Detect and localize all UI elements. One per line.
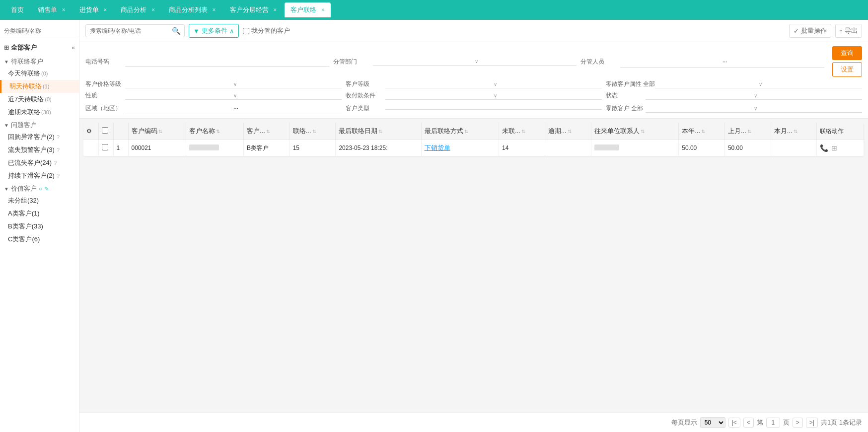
prev-page-button[interactable]: < <box>743 418 754 428</box>
sidebar-item-declining[interactable]: 持续下滑客户(2) ? <box>0 169 79 182</box>
select-all-checkbox[interactable] <box>102 127 108 134</box>
sort-icon-type[interactable]: ⇅ <box>266 129 270 134</box>
last-page-button[interactable]: >| <box>806 418 818 428</box>
filter-status-select[interactable]: ∨ <box>646 92 862 100</box>
sidebar-item-b-class[interactable]: B类客户(33) <box>0 220 79 233</box>
th-gear[interactable]: ⚙ <box>83 123 98 140</box>
first-page-button[interactable]: |< <box>728 418 740 428</box>
close-icon-1[interactable]: × <box>103 6 107 13</box>
set-button[interactable]: 设置 <box>832 62 862 77</box>
filter-payment-select[interactable]: ∨ <box>385 92 602 100</box>
search-input[interactable] <box>90 27 172 34</box>
export-button[interactable]: ↑ 导出 <box>835 24 863 38</box>
th-not-contact: 未联...⇅ <box>499 123 545 140</box>
pagination: 每页显示 50 100 200 |< < 第 1 页 > >| 共1页 1条记录 <box>79 413 868 432</box>
sidebar: 🔍 ⊞ 全部客户 « ▼ 待联络客户 今天待联络 (0) 明天待联络 (1) 近… <box>0 20 79 432</box>
filter-nature-select[interactable]: ∨ <box>125 92 342 100</box>
sidebar-item-ungrouped[interactable]: 未分组(32) <box>0 194 79 207</box>
row-checkbox[interactable] <box>102 144 108 150</box>
sidebar-item-7days[interactable]: 近7天待联络 (0) <box>0 93 79 106</box>
td-last-method[interactable]: 下销货单 <box>421 140 499 156</box>
per-page-select[interactable]: 50 100 200 <box>700 417 725 428</box>
td-this-month <box>771 140 817 156</box>
filter-row-2: 客户价格等级 ∨ 客户等级 ∨ 零散客户属性 全部 <box>85 80 862 88</box>
sidebar-item-overdue[interactable]: 逾期未联络 (30) <box>0 106 79 119</box>
main-layout: 🔍 ⊞ 全部客户 « ▼ 待联络客户 今天待联络 (0) 明天待联络 (1) 近… <box>0 20 868 432</box>
sort-icon-this-year[interactable]: ⇅ <box>701 129 705 134</box>
sort-icon-this-month[interactable]: ⇅ <box>794 129 797 134</box>
filter-phone: 电话号码 <box>85 57 329 67</box>
sort-icon-contact[interactable]: ⇅ <box>312 129 316 134</box>
query-button[interactable]: 查询 <box>832 46 862 60</box>
phone-icon[interactable]: 📞 <box>820 144 828 152</box>
close-icon-0[interactable]: × <box>62 6 66 13</box>
my-customers-checkbox[interactable] <box>243 28 249 34</box>
sidebar-item-churned[interactable]: 已流失客户(24) ? <box>0 156 79 169</box>
nav-tab-2[interactable]: 商品分析 × <box>115 2 161 17</box>
sidebar-all-section: ⊞ 全部客户 « <box>0 38 79 55</box>
filter-phone-input[interactable] <box>125 57 329 67</box>
nav-home[interactable]: 首页 <box>5 2 30 17</box>
filter-manager-select[interactable]: ··· <box>620 56 824 68</box>
filter-customer-level-select[interactable]: ∨ <box>385 80 602 88</box>
filter-row-1: 电话号码 分管部门 ∨ 分管人员 ··· <box>85 46 862 77</box>
content-area: 🔍 ▼ 更多条件 ∧ 我分管的客户 ✓ 批量操作 ↑ 导出 <box>79 20 868 432</box>
nav-tab-1[interactable]: 进货单 × <box>73 2 113 17</box>
grid-action-icon[interactable]: ⊞ <box>831 144 837 152</box>
nav-tab-5[interactable]: 客户联络 × <box>285 2 331 17</box>
filter-region-select[interactable]: ··· <box>125 103 342 114</box>
sidebar-item-churn-warning[interactable]: 流失预警客户(3) ? <box>0 144 79 156</box>
chevron-down-icon-4: ∨ <box>759 81 860 87</box>
sidebar-group-problem[interactable]: ▼ 问题客户 <box>0 119 79 131</box>
sort-icon-overdue[interactable]: ⇅ <box>568 129 572 134</box>
grid-icon: ⊞ <box>4 44 9 51</box>
contacts-blur <box>594 144 619 150</box>
nav-tab-0[interactable]: 销售单 × <box>32 2 72 17</box>
sidebar-item-tomorrow[interactable]: 明天待联络 (1) <box>0 80 79 93</box>
batch-op-button[interactable]: ✓ 批量操作 <box>789 24 831 38</box>
td-action: 📞 ⊞ <box>817 140 864 156</box>
filter-customer-type-select[interactable] <box>385 107 602 110</box>
filter-manager-dots[interactable]: ··· <box>722 57 822 66</box>
close-icon-3[interactable]: × <box>213 6 216 13</box>
collapse-icon[interactable]: « <box>72 44 75 51</box>
sidebar-search-input[interactable] <box>4 27 78 34</box>
sidebar-group-value[interactable]: ▼ 价值客户 ○ ✎ <box>0 182 79 194</box>
filter-price-level-label: 客户价格等级 <box>85 80 125 88</box>
sort-icon-last-method[interactable]: ⇅ <box>464 129 468 134</box>
chevron-down-icon-3: ∨ <box>494 81 600 87</box>
sidebar-all-customers[interactable]: ⊞ 全部客户 « <box>4 41 75 54</box>
close-icon-2[interactable]: × <box>151 6 155 13</box>
close-icon-4[interactable]: × <box>273 6 277 13</box>
sidebar-group-pending[interactable]: ▼ 待联络客户 <box>0 55 79 67</box>
th-this-month: 本月...⇅ <box>771 123 817 140</box>
sort-icon-not-contact[interactable]: ⇅ <box>521 129 525 134</box>
last-method-link[interactable]: 下销货单 <box>425 144 450 151</box>
sort-icon-code[interactable]: ⇅ <box>158 129 162 134</box>
sidebar-item-c-class[interactable]: C类客户(6) <box>0 233 79 246</box>
filter-actions: 查询 设置 <box>832 46 862 77</box>
search-icon[interactable]: 🔍 <box>172 27 180 35</box>
filter-region-dots[interactable]: ··· <box>232 104 340 113</box>
sort-icon-last-date[interactable]: ⇅ <box>378 129 382 134</box>
nav-tab-4[interactable]: 客户分层经营 × <box>224 2 283 17</box>
sort-icon-contacts[interactable]: ⇅ <box>641 129 645 134</box>
next-page-button[interactable]: > <box>793 418 803 428</box>
filter-icon: ▼ <box>193 27 200 35</box>
td-this-year: 50.00 <box>679 140 725 156</box>
sort-icon-name[interactable]: ⇅ <box>216 129 220 134</box>
close-icon-5[interactable]: × <box>321 6 325 13</box>
sidebar-item-a-class[interactable]: A类客户(1) <box>0 207 79 220</box>
filter-retail-attr-select[interactable]: ∨ <box>655 80 862 88</box>
total-info: 共1页 1条记录 <box>821 418 862 427</box>
sidebar-item-repurchase-abnormal[interactable]: 回购异常客户(2) ? <box>0 131 79 144</box>
filter-price-level-select[interactable]: ∨ <box>125 80 342 88</box>
sort-icon-last-month[interactable]: ⇅ <box>747 129 751 134</box>
filter-price-level: 客户价格等级 ∨ <box>85 80 342 88</box>
sidebar-item-today[interactable]: 今天待联络 (0) <box>0 67 79 80</box>
nav-tab-3[interactable]: 商品分析列表 × <box>163 2 222 17</box>
filter-retail-customer-select[interactable]: ∨ <box>646 105 862 113</box>
more-conditions-button[interactable]: ▼ 更多条件 ∧ <box>189 24 239 38</box>
filter-row-4: 区域（地区） ··· 客户类型 零散客户 全部 ∨ <box>85 103 862 114</box>
filter-dept-select[interactable]: ∨ <box>373 58 577 66</box>
